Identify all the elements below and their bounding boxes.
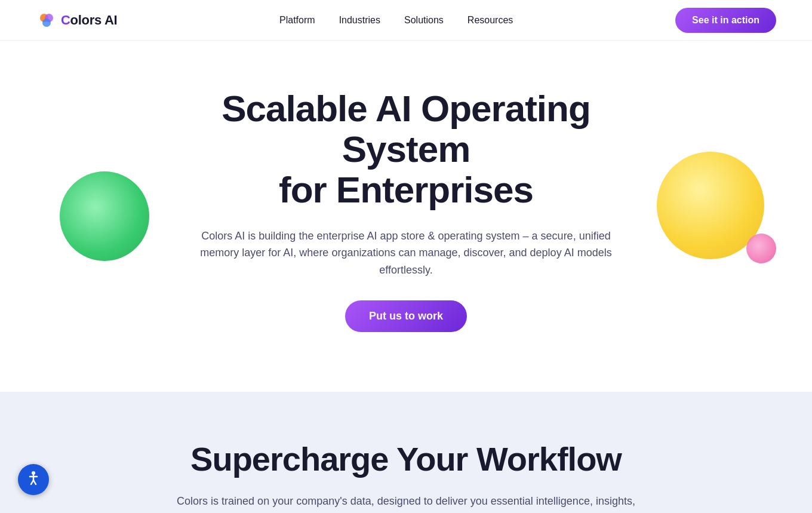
svg-line-8 [33, 480, 36, 484]
decoration-blob-pink [746, 234, 776, 263]
hero-content: Scalable AI Operating System for Enterpr… [167, 88, 645, 332]
main-nav: Platform Industries Solutions Resources [279, 15, 513, 26]
decoration-blob-green [60, 171, 149, 261]
logo-icon [36, 10, 57, 31]
workflow-section: Supercharge Your Workflow Colors is trai… [0, 392, 812, 513]
nav-industries[interactable]: Industries [339, 15, 380, 26]
person-icon [26, 470, 41, 486]
nav-solutions[interactable]: Solutions [404, 15, 444, 26]
workflow-title: Supercharge Your Workflow [36, 440, 776, 478]
hero-subtitle: Colors AI is building the enterprise AI … [197, 228, 615, 279]
accessibility-icon [26, 470, 41, 489]
workflow-subtitle: Colors is trained on your company's data… [167, 493, 645, 513]
accessibility-button[interactable] [18, 464, 49, 495]
nav-resources[interactable]: Resources [467, 15, 513, 26]
svg-point-3 [42, 19, 51, 27]
logo-text: Colors AI [61, 13, 117, 28]
hero-title: Scalable AI Operating System for Enterpr… [167, 88, 645, 211]
nav-platform[interactable]: Platform [279, 15, 315, 26]
hero-section: Scalable AI Operating System for Enterpr… [0, 41, 812, 392]
hero-cta-button[interactable]: Put us to work [345, 300, 467, 332]
main-header: Colors AI Platform Industries Solutions … [0, 0, 812, 41]
header-cta-button[interactable]: See it in action [675, 8, 776, 33]
logo-link[interactable]: Colors AI [36, 10, 117, 31]
